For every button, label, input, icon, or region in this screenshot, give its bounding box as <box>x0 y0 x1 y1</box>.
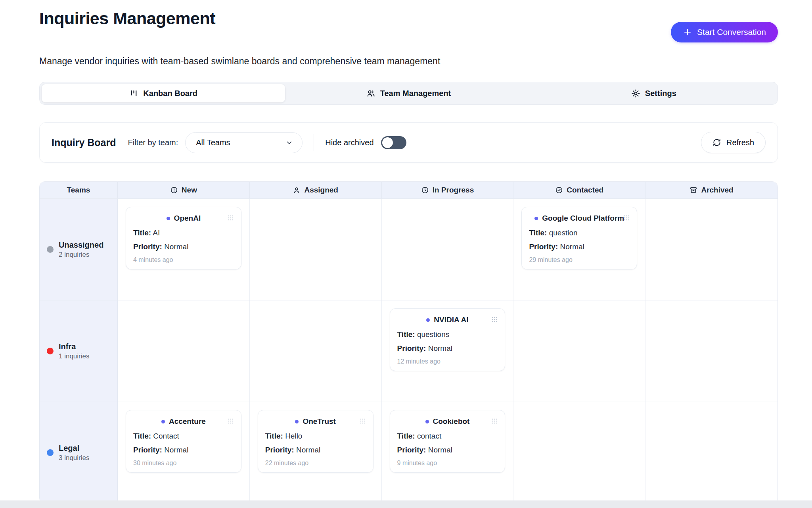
cell-infra-assigned <box>250 300 382 402</box>
card-priority-label: Priority: <box>133 446 162 454</box>
refresh-label: Refresh <box>726 138 754 147</box>
card-title-value: Hello <box>285 432 302 440</box>
card-priority-value: Normal <box>428 446 452 454</box>
check-circle-icon <box>555 186 563 194</box>
board-body: Unassigned2 inquiriesOpenAITitle: AIPrio… <box>40 198 778 503</box>
vendor-dot <box>295 420 299 423</box>
column-header-label: New <box>182 186 197 194</box>
card-priority-value: Normal <box>296 446 320 454</box>
column-header-label: In Progress <box>433 186 474 194</box>
column-header-label: Teams <box>67 186 90 194</box>
page-title: Inquiries Management <box>39 9 215 28</box>
toggle-knob <box>382 137 393 148</box>
tab-team[interactable]: Team Management <box>287 84 530 102</box>
tab-label: Settings <box>645 89 676 98</box>
cell-infra-contacted <box>513 300 645 402</box>
refresh-button[interactable]: Refresh <box>701 132 766 153</box>
team-cell-legal: Legal3 inquiries <box>40 402 118 503</box>
team-filter-select[interactable]: All Teams <box>185 132 303 153</box>
swimlane-unassigned: Unassigned2 inquiriesOpenAITitle: AIPrio… <box>40 198 778 300</box>
hide-archived-toggle[interactable] <box>381 136 406 149</box>
card-vendor-name: Accenture <box>169 417 206 426</box>
inquiry-card-onetrust[interactable]: OneTrustTitle: HelloPriority: Normal22 m… <box>258 410 373 473</box>
board-header: TeamsNewAssignedIn ProgressContactedArch… <box>40 182 778 198</box>
card-timestamp: 29 minutes ago <box>529 256 630 264</box>
drag-handle-icon[interactable] <box>490 417 498 427</box>
cell-unassigned-contacted: Google Cloud PlatformTitle: questionPrio… <box>513 199 645 300</box>
card-timestamp: 30 minutes ago <box>133 460 234 467</box>
column-header-label: Assigned <box>304 186 338 194</box>
start-conversation-label: Start Conversation <box>697 27 766 37</box>
card-priority-label: Priority: <box>397 446 426 454</box>
tab-kanban[interactable]: Kanban Board <box>42 84 285 102</box>
cell-unassigned-in_progress <box>382 199 514 300</box>
column-header-label: Contacted <box>567 186 603 194</box>
cell-legal-assigned: OneTrustTitle: HelloPriority: Normal22 m… <box>250 402 382 503</box>
cell-legal-archived <box>645 402 778 503</box>
drag-handle-icon[interactable] <box>622 214 630 223</box>
card-priority-label: Priority: <box>529 242 558 251</box>
cell-unassigned-assigned <box>250 199 382 300</box>
tab-label: Team Management <box>380 89 451 98</box>
cell-legal-in_progress: CookiebotTitle: contactPriority: Normal9… <box>382 402 514 503</box>
card-priority-label: Priority: <box>133 242 162 251</box>
card-title-value: AI <box>153 229 160 237</box>
team-name: Infra <box>59 342 90 351</box>
plus-icon <box>683 27 692 37</box>
card-title-label: Title: <box>529 229 547 237</box>
card-title-label: Title: <box>397 432 415 440</box>
vendor-dot <box>161 420 165 423</box>
toolbar-divider <box>314 134 314 151</box>
team-filter-value: All Teams <box>196 138 230 147</box>
inquiry-card-nvidia-ai[interactable]: NVIDIA AITitle: questionsPriority: Norma… <box>390 308 506 371</box>
column-header-archived: Archived <box>645 182 778 198</box>
kanban-board: TeamsNewAssignedIn ProgressContactedArch… <box>39 181 778 504</box>
inquiry-card-cookiebot[interactable]: CookiebotTitle: contactPriority: Normal9… <box>390 410 506 473</box>
card-title-value: questions <box>417 330 449 339</box>
card-priority-value: Normal <box>164 242 188 251</box>
vendor-dot <box>167 217 170 220</box>
chevron-down-icon <box>285 139 293 147</box>
kanban-icon <box>129 89 138 98</box>
card-timestamp: 22 minutes ago <box>265 460 366 467</box>
cell-legal-contacted <box>513 402 645 503</box>
vendor-dot <box>425 420 429 423</box>
card-title-label: Title: <box>133 229 151 237</box>
card-title-value: Contact <box>153 432 179 440</box>
card-priority-value: Normal <box>164 446 188 454</box>
column-header-assigned: Assigned <box>250 182 382 198</box>
inquiry-card-accenture[interactable]: AccentureTitle: ContactPriority: Normal3… <box>126 410 241 473</box>
column-header-new: New <box>118 182 250 198</box>
page-subtitle: Manage vendor inquiries with team-based … <box>39 56 778 67</box>
gear-icon <box>631 89 640 98</box>
inquiry-card-google-cloud-platform[interactable]: Google Cloud PlatformTitle: questionPrio… <box>521 207 637 269</box>
swimlane-infra: Infra1 inquiriesNVIDIA AITitle: question… <box>40 300 778 402</box>
card-title-value: contact <box>417 432 441 440</box>
card-priority-value: Normal <box>560 242 584 251</box>
cell-legal-new: AccentureTitle: ContactPriority: Normal3… <box>118 402 250 503</box>
drag-handle-icon[interactable] <box>227 214 235 223</box>
users-icon <box>366 89 375 98</box>
drag-handle-icon[interactable] <box>359 417 367 427</box>
card-timestamp: 4 minutes ago <box>133 256 234 264</box>
bottom-strip <box>0 500 812 508</box>
team-color-dot <box>47 246 54 253</box>
card-vendor-name: NVIDIA AI <box>434 316 468 324</box>
tabs: Kanban BoardTeam ManagementSettings <box>39 82 778 105</box>
page-header: Inquiries Management Start Conversation <box>39 0 778 42</box>
card-title-label: Title: <box>397 330 415 339</box>
drag-handle-icon[interactable] <box>227 417 235 427</box>
tab-settings[interactable]: Settings <box>532 84 776 102</box>
column-header-teams: Teams <box>40 182 118 198</box>
swimlane-legal: Legal3 inquiriesAccentureTitle: ContactP… <box>40 402 778 503</box>
card-title-value: question <box>549 229 578 237</box>
drag-handle-icon[interactable] <box>490 316 498 325</box>
team-cell-infra: Infra1 inquiries <box>40 300 118 402</box>
card-vendor-name: OpenAI <box>174 214 201 223</box>
start-conversation-button[interactable]: Start Conversation <box>671 22 778 42</box>
inquiry-card-openai[interactable]: OpenAITitle: AIPriority: Normal4 minutes… <box>126 207 241 269</box>
alert-circle-icon <box>170 186 178 194</box>
clock-icon <box>421 186 429 194</box>
team-cell-unassigned: Unassigned2 inquiries <box>40 199 118 300</box>
card-vendor-name: Cookiebot <box>433 417 470 426</box>
